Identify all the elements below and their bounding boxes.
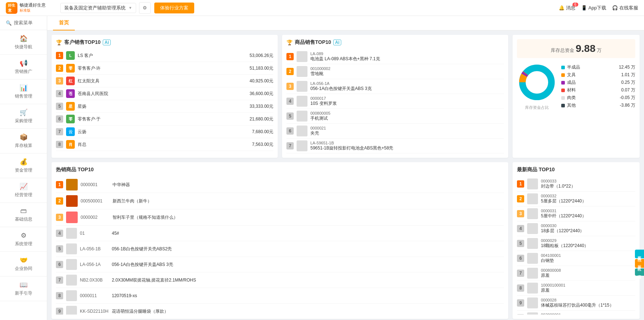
basics-icon: 🗃	[20, 207, 27, 215]
sidebar-label-operations: 经营管理	[15, 192, 32, 198]
rank-number: 8	[517, 284, 524, 292]
legend-value: 0.07 万	[621, 87, 635, 93]
hot-products-list: 1 0000001 中华神器 2 000500001 新西兰牛肉（新牛） 3	[56, 177, 504, 315]
product-code: 0000031	[541, 209, 586, 213]
product-name: 手机测试	[310, 115, 504, 122]
rank-number: 10	[517, 314, 524, 315]
legend-name: 其他	[567, 102, 617, 108]
product-name: 59651-1B旋转投影灯电池盒ABS黑色+58壳	[310, 145, 504, 151]
customer-name: 零售客户·于	[78, 116, 247, 122]
product-info: 0000033 封边带（1.0*22）	[541, 179, 575, 189]
legend-color	[561, 73, 565, 77]
cs-community-button[interactable]: 服务社区	[635, 259, 644, 268]
customer-ranking-title: 🏆 客户销售TOP10 Ai	[56, 39, 273, 46]
tab-home[interactable]: 首页	[53, 16, 75, 30]
headset-icon: 🎧	[612, 5, 618, 11]
system-selector[interactable]: 装备及固定资产辅助管理系统 ▼	[60, 3, 136, 13]
product-code: LA-089	[310, 52, 504, 56]
sidebar-label-purchase: 采购管理	[15, 118, 32, 124]
customer-name: 肖总	[78, 141, 249, 148]
product-info: LA-089 电池盖 LA-089 ABS本色+黑种 7.1克	[310, 52, 504, 62]
rank-number: 2	[517, 195, 524, 202]
legend-item-2: 文具 1.01 万	[561, 71, 635, 79]
product-name: 056-1A白色按键开关盖ABS 3克	[310, 86, 504, 92]
product-code: LA-056-1A	[80, 262, 109, 267]
search-menu-button[interactable]: 🔍 搜索菜单	[0, 16, 47, 30]
product-code: 0000017	[310, 96, 504, 100]
ai-badge: Ai	[333, 40, 341, 45]
legend-list: 半成品 12.45 万 文具 1.01 万 成品 0.25 万	[561, 63, 635, 109]
rank-row-6: 6 零 零售客户·于 21,680.00元	[56, 113, 273, 126]
sidebar-item-sales[interactable]: 📊 销售管理	[0, 79, 47, 104]
new-products-title: 最新商品 TOP10	[517, 167, 635, 173]
product-code: 0000001	[81, 182, 110, 187]
rank-number: 4	[56, 230, 63, 237]
legend-name: 成品	[567, 79, 619, 86]
operations-icon: 📈	[20, 182, 28, 190]
sidebar-item-finance[interactable]: 💰 资金管理	[0, 153, 47, 178]
avatar: 零	[66, 64, 75, 73]
sidebar-label-marketing: 营销推广	[15, 69, 32, 75]
inventory-total-unit: 万	[597, 48, 602, 53]
product-thumbnail	[66, 290, 77, 301]
product-name: 智利车子里（规格不知道填什么）	[113, 214, 504, 221]
product-code: 000800005	[310, 111, 504, 115]
rank-row-1: 1 L LS 客户 53,006.26元	[56, 49, 273, 62]
new-product-row-6: 6 004100001 白钢垫	[517, 251, 635, 266]
inventory-total-label: 库存总资金	[551, 48, 574, 53]
sidebar-item-system[interactable]: ⚙ 系统管理	[0, 227, 47, 252]
notifications-button[interactable]: 🔔 消息 6	[559, 5, 575, 11]
settings-button[interactable]: ⚙	[139, 2, 151, 14]
rank-row-7: 7 云 云扬 7,680.00元	[56, 126, 273, 138]
customer-value: 33,333.00元	[250, 103, 273, 110]
product-info: 0000032 5厘多层（1220*2440）	[541, 194, 586, 204]
legend-value: 12.45 万	[619, 64, 635, 70]
product-code: NB2.0X30B	[80, 278, 109, 283]
guide-icon: 📖	[20, 281, 28, 289]
system-name: 装备及固定资产辅助管理系统	[64, 5, 126, 11]
app-download-button[interactable]: 📱 App下载	[581, 5, 606, 11]
product-thumbnail	[297, 51, 307, 62]
rank-number: 1	[56, 181, 63, 188]
legend-item-5: 肉类 -0.05 万	[561, 94, 635, 102]
cs-live-button[interactable]: 直播	[635, 268, 644, 276]
rank-number: 3	[286, 83, 294, 90]
sidebar-item-purchase[interactable]: 🛒 采购管理	[0, 104, 47, 129]
rank-row-5: 5 星 星扬 33,333.00元	[56, 100, 273, 113]
legend-item-1: 半成品 12.45 万	[561, 63, 635, 71]
sidebar-item-cooperation[interactable]: 🤝 企业协同	[0, 252, 47, 276]
product-code: LA-59651-1B	[310, 141, 504, 145]
legend-value: -3.86 万	[620, 102, 635, 108]
sidebar-item-inventory[interactable]: 📦 库存核算	[0, 129, 47, 153]
online-service-button[interactable]: 🎧 在线客服	[612, 5, 638, 11]
sales-icon: 📊	[20, 84, 28, 92]
customer-name: 云扬	[78, 129, 249, 135]
product-code: KK-SD22110H	[80, 309, 109, 314]
cs-hotline-button[interactable]: 客服热线	[635, 250, 644, 258]
donut-chart: 库存资金占比	[517, 62, 557, 110]
customer-name: 红太阳文具	[78, 78, 247, 84]
sidebar-item-guide[interactable]: 📖 新手引导	[0, 276, 47, 301]
sidebar-item-operations[interactable]: 📈 经营管理	[0, 178, 47, 203]
product-code: 000800008	[541, 268, 561, 272]
avatar: 云	[66, 127, 75, 136]
hot-product-row-3: 3 0000002 智利车子里（规格不知道填什么）	[56, 209, 504, 226]
inventory-total-area: 库存总资金 9.88 万	[517, 39, 635, 58]
rank-row-2: 2 零 零售客户·许 51,183.00元	[56, 62, 273, 75]
product-code: LA-056-1B	[80, 246, 109, 251]
legend-name: 肉类	[567, 95, 617, 101]
customer-name: 零售客户·许	[78, 65, 247, 71]
rank-number: 4	[56, 90, 63, 97]
finance-icon: 💰	[20, 158, 28, 166]
product-name: 5厘中纤（1220*2440）	[541, 213, 586, 219]
trial-button[interactable]: 体验行业方案	[154, 3, 194, 13]
sidebar-item-basics[interactable]: 🗃 基础信息	[0, 203, 47, 227]
product-info: LA-59651-1B 59651-1B旋转投影灯电池盒ABS黑色+58壳	[310, 141, 504, 151]
sidebar-item-marketing[interactable]: 📢 营销推广	[0, 55, 47, 79]
legend-name: 文具	[567, 72, 619, 78]
chevron-down-icon: ▼	[129, 6, 132, 10]
product-thumbnail	[66, 228, 77, 239]
sidebar-item-navigation[interactable]: 🏠 快捷导航	[0, 30, 47, 55]
donut-chart-area: 库存资金占比 半成品 12.45 万 文具 1.01 万	[517, 62, 635, 110]
rank-number: 3	[56, 77, 63, 85]
